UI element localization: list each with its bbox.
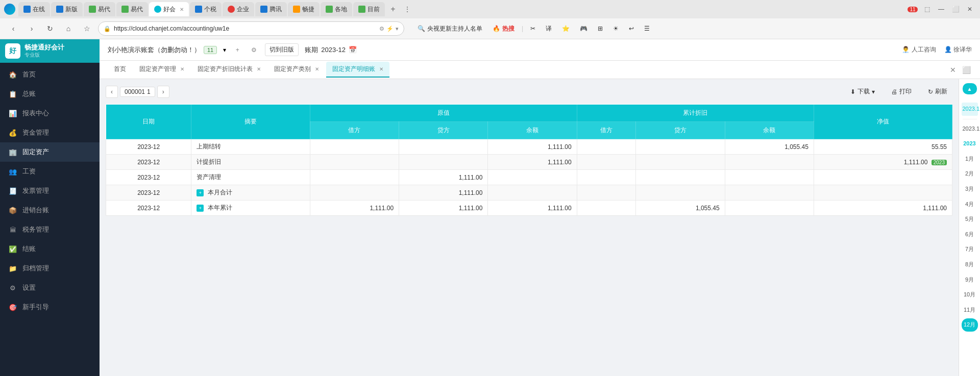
sidebar-item-settlement[interactable]: ✅ 结账 xyxy=(0,239,100,259)
maximize-button[interactable]: ⬜ xyxy=(949,3,962,15)
tab-fixed-detail[interactable]: 固定资产明细账 ✕ xyxy=(326,62,389,78)
tab-settings-icon[interactable]: ⋮ xyxy=(401,3,413,15)
browser-tab-changjie[interactable]: 畅捷 xyxy=(288,2,320,16)
browser-tab-close[interactable]: ✕ xyxy=(180,7,184,12)
menu-btn[interactable]: ☰ xyxy=(641,24,653,33)
sidebar-item-settings[interactable]: ⚙ 设置 xyxy=(0,278,100,297)
scroll-up-btn[interactable]: ▲ xyxy=(963,83,977,94)
sidebar-item-fund-mgmt[interactable]: 💰 资金管理 xyxy=(0,123,100,142)
sidebar-item-report-center[interactable]: 📊 报表中心 xyxy=(0,104,100,123)
tab-fixed-cat-close[interactable]: ✕ xyxy=(315,66,319,72)
tax-icon: 🏛 xyxy=(8,225,17,234)
tab-fixed-mgmt-close[interactable]: ✕ xyxy=(180,66,184,72)
period-item-8[interactable]: 8月 xyxy=(962,258,978,271)
minimize-button[interactable]: — xyxy=(935,3,947,15)
archive-icon: 📁 xyxy=(8,264,17,273)
th-net-value: 净值 xyxy=(814,105,952,139)
tab-fixed-cat[interactable]: 固定资产类别 ✕ xyxy=(268,62,325,78)
print-btn[interactable]: 🖨 打印 xyxy=(886,85,917,98)
new-tab-button[interactable]: + xyxy=(386,2,400,16)
star-btn[interactable]: ⭐ xyxy=(559,24,573,33)
hot-search-btn[interactable]: 🔥 热搜 xyxy=(489,23,518,34)
period-item-5[interactable]: 5月 xyxy=(962,213,978,226)
sidebar-item-purchase-sales[interactable]: 📦 进销台账 xyxy=(0,200,100,220)
game-btn[interactable]: 🎮 xyxy=(577,24,591,33)
period-item-2023[interactable]: 2023 xyxy=(962,137,978,151)
translate-btn[interactable]: 译 xyxy=(543,23,555,34)
period-item-9[interactable]: 9月 xyxy=(962,273,978,287)
sidebar-item-payroll[interactable]: 👥 工资 xyxy=(0,162,100,181)
undo-btn[interactable]: ↩ xyxy=(626,24,637,33)
extensions-icon[interactable]: ⚙ xyxy=(379,26,384,32)
lightning-icon[interactable]: ⚡ xyxy=(386,26,394,32)
maximize-tab-icon[interactable]: ⬜ xyxy=(961,65,972,75)
period-item-11[interactable]: 11月 xyxy=(962,304,978,317)
period-item-2023-12[interactable]: 2023.12 xyxy=(962,122,978,136)
browser-tab-new[interactable]: 新版 xyxy=(51,2,83,16)
sidebar-item-guide[interactable]: 🎯 新手引导 xyxy=(0,297,100,317)
bookmark-button[interactable]: ☆ xyxy=(80,21,94,36)
company-dropdown[interactable]: ▾ xyxy=(223,46,226,54)
scissors-icon[interactable]: ✂ xyxy=(527,24,538,33)
period-item-6[interactable]: 6月 xyxy=(962,228,978,241)
sidebar-header[interactable]: 好 畅捷通好会计 专业版 xyxy=(0,39,100,63)
period-item-1[interactable]: 1月 xyxy=(962,153,978,166)
sidebar-item-invoice[interactable]: 🧾 发票管理 xyxy=(0,181,100,200)
tab-fixed-dep-close[interactable]: ✕ xyxy=(257,66,261,72)
sidebar-nav: 🏠 首页 📋 总账 📊 报表中心 💰 资金管理 🏢 固定资产 👥 工资 xyxy=(0,63,100,376)
dropdown-icon[interactable]: ▾ xyxy=(396,26,399,32)
forward-button[interactable]: › xyxy=(24,21,39,36)
period-edit-icon[interactable]: 📅 xyxy=(349,46,357,54)
user-info[interactable]: 👤 徐译华 xyxy=(944,45,972,54)
settings-company-btn[interactable]: ⚙ xyxy=(249,45,259,55)
download-btn[interactable]: ⬇ 下载 ▾ xyxy=(845,85,880,98)
search-bar[interactable]: 🔍 央视更新主持人名单 xyxy=(414,23,485,34)
help-btn[interactable]: 👨‍💼 人工咨询 xyxy=(902,45,936,54)
browser-tab-tencent[interactable]: 腾讯 xyxy=(255,2,287,16)
next-page-btn[interactable]: › xyxy=(157,86,169,98)
sidebar-item-archive[interactable]: 📁 归档管理 xyxy=(0,259,100,278)
back-button[interactable]: ‹ xyxy=(6,21,20,36)
tab-fixed-dep[interactable]: 固定资产折旧统计表 ✕ xyxy=(191,62,267,78)
tab-fixed-detail-close[interactable]: ✕ xyxy=(379,66,383,72)
sidebar-item-tax[interactable]: 🏛 税务管理 xyxy=(0,220,100,239)
browser-tab-geshui[interactable]: 个税 xyxy=(190,2,222,16)
period-item-7[interactable]: 7月 xyxy=(962,243,978,256)
period-item-2023-12-top[interactable]: 2023.12 xyxy=(962,103,978,116)
browser-tab-online[interactable]: 在线 xyxy=(18,2,50,16)
tab-favicon-new xyxy=(56,6,63,13)
brightness-btn[interactable]: ☀ xyxy=(610,24,622,33)
add-company-btn[interactable]: + xyxy=(232,45,242,55)
right-panel: ▲ 期间选择 2023.12 2023.12 2023 1月 2月 3月 4月 … xyxy=(959,79,980,376)
row2-orig-credit xyxy=(399,155,488,170)
sidebar-item-general-ledger[interactable]: 📋 总账 xyxy=(0,84,100,104)
browser-tab-yidai2[interactable]: 易代 xyxy=(116,2,148,16)
period-item-3[interactable]: 3月 xyxy=(962,183,978,196)
tab-home[interactable]: 首页 xyxy=(108,62,132,78)
row3-net-value xyxy=(814,170,952,185)
app-header: 刘小艳演示账套（勿删勿动！） 11 ▾ + ⚙ 切到旧版 账期 2023-12 … xyxy=(100,39,980,61)
close-button[interactable]: ✕ xyxy=(964,3,976,15)
period-item-2[interactable]: 2月 xyxy=(962,167,978,181)
refresh-button[interactable]: ↻ xyxy=(43,21,57,36)
period-item-10[interactable]: 10月 xyxy=(962,288,978,302)
address-bar[interactable]: 🔒 https://cloud.chanjet.com/accounting/u… xyxy=(98,21,404,36)
refresh-btn[interactable]: ↻ 刷新 xyxy=(923,85,952,98)
sidebar-item-fixed-assets[interactable]: 🏢 固定资产 xyxy=(0,142,100,162)
tab-fixed-mgmt[interactable]: 固定资产管理 ✕ xyxy=(133,62,190,78)
sidebar-item-home[interactable]: 🏠 首页 xyxy=(0,65,100,84)
browser-tab-yidai1[interactable]: 易代 xyxy=(84,2,115,16)
browser-tab-qiye[interactable]: 企业 xyxy=(223,2,254,16)
period-item-4[interactable]: 4月 xyxy=(962,198,978,211)
home-nav-button[interactable]: ⌂ xyxy=(61,21,76,36)
restore-button[interactable]: ⬚ xyxy=(921,3,933,15)
content-area: ‹ 000001 1 › ⬇ 下载 ▾ xyxy=(100,79,980,376)
close-tab-icon[interactable]: ✕ xyxy=(949,65,957,75)
browser-tab-gedi[interactable]: 各地 xyxy=(321,2,352,16)
period-item-12[interactable]: 12月 xyxy=(962,318,978,332)
prev-page-btn[interactable]: ‹ xyxy=(106,86,118,98)
browser-tab-muqian[interactable]: 目前 xyxy=(353,2,385,16)
grid-btn[interactable]: ⊞ xyxy=(595,24,606,33)
browser-tab-haokuai[interactable]: 好会 ✕ xyxy=(149,2,189,16)
switch-version-btn[interactable]: 切到旧版 xyxy=(265,43,299,56)
